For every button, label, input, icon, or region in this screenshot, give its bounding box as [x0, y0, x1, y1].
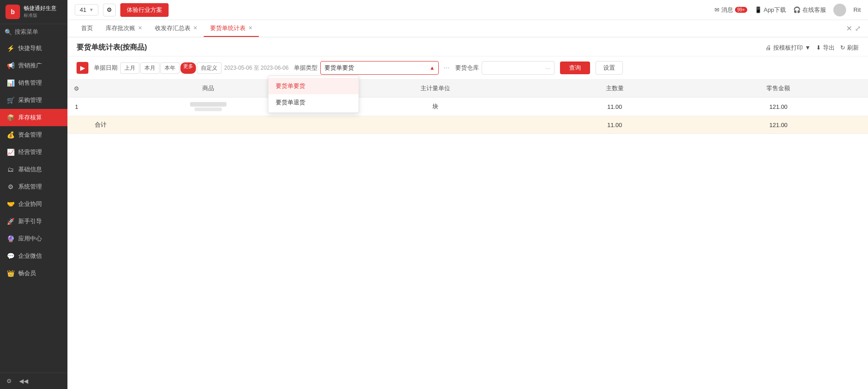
this-year-button[interactable]: 本年	[160, 62, 180, 74]
warehouse-filter-group: 要货仓库 ···	[455, 61, 555, 75]
service-icon: 🎧	[793, 6, 801, 13]
sidebar-item-inventory[interactable]: 📦 库存核算	[0, 109, 67, 126]
type-select[interactable]: 要货单要货 ▲	[320, 61, 439, 75]
tab-close-demand-summary[interactable]: ✕	[248, 25, 252, 31]
store-selector[interactable]: 41 ▼	[75, 4, 98, 15]
nav-label-marketing: 营销推广	[18, 61, 42, 70]
tab-close-inventory-batch[interactable]: ✕	[138, 25, 142, 31]
row-unit: 块	[331, 97, 540, 116]
content-wrapper: 要货单统计表(按商品) 🖨 按模板打印 ▼ ⬇ 导出 ↻ 刷新	[67, 37, 868, 389]
sidebar-footer: ⚙ ◀◀	[0, 373, 67, 389]
warehouse-filter-label: 要货仓库	[455, 64, 479, 72]
last-month-button[interactable]: 上月	[120, 62, 139, 74]
col-amount-header: 零售金额	[689, 80, 868, 97]
sidebar-item-quick-nav[interactable]: ⚡ 快捷导航	[0, 40, 67, 57]
dropdown-item-demand-order[interactable]: 要货单要货	[268, 78, 359, 94]
product-name-placeholder	[190, 102, 226, 107]
sidebar-search[interactable]: 🔍 搜索菜单	[0, 24, 67, 40]
nav-icon-quick-nav: ⚡	[6, 45, 15, 52]
tab-home[interactable]: 首页	[75, 20, 99, 37]
print-button[interactable]: 🖨 按模板打印 ▼	[765, 44, 811, 52]
type-dropdown-menu: 要货单要货 要货单退货	[268, 76, 359, 113]
nav-icon-enterprise: 🤝	[6, 200, 15, 208]
industry-solution-button[interactable]: 体验行业方案	[120, 3, 169, 17]
custom-date-button[interactable]: 自定义	[197, 62, 221, 74]
warehouse-more-icon: ···	[545, 65, 550, 72]
sidebar-item-marketing[interactable]: 📢 营销推广	[0, 57, 67, 74]
nav-icon-base: 🗂	[6, 166, 15, 173]
data-table: ⚙ 商品 主计量单位 主数量 零售金额 1 块 11.00	[67, 80, 868, 134]
search-icon: 🔍	[5, 29, 12, 36]
tab-inventory-batch[interactable]: 库存批次账 ✕	[99, 20, 149, 37]
type-filter-label: 单据类型	[294, 64, 318, 72]
refresh-button[interactable]: ↻ 刷新	[840, 44, 859, 52]
tab-label-home: 首页	[81, 24, 93, 32]
logo-icon: b	[5, 5, 20, 19]
nav-icon-system: ⚙	[6, 183, 15, 190]
notification-icon: ✉	[714, 6, 719, 13]
online-service-button[interactable]: 🎧 在线客服	[793, 6, 826, 14]
filter-settings-button[interactable]: 设置	[596, 61, 623, 75]
sidebar-item-guide[interactable]: 🚀 新手引导	[0, 213, 67, 230]
sidebar-item-system[interactable]: ⚙ 系统管理	[0, 178, 67, 195]
tab-expand-button[interactable]: ⤢	[855, 24, 861, 33]
collapse-sidebar-btn[interactable]: ◀◀	[19, 378, 28, 384]
nav-label-sales: 销售管理	[18, 79, 42, 87]
sidebar-item-members[interactable]: 👑 畅会员	[0, 265, 67, 282]
main-area: 41 ▼ ⚙ 体验行业方案 ✉ 消息 99+ 📱 App下载 🎧 在线客服 Ri…	[67, 0, 868, 389]
nav-icon-apps: 🔮	[6, 235, 15, 242]
nav-label-system: 系统管理	[18, 183, 42, 191]
page-title-bar: 要货单统计表(按商品) 🖨 按模板打印 ▼ ⬇ 导出 ↻ 刷新	[67, 37, 868, 56]
tab-demand-summary[interactable]: 要货单统计表 ✕	[204, 20, 259, 37]
nav-label-guide: 新手引导	[18, 217, 42, 225]
sidebar-item-wechat[interactable]: 💬 企业微信	[0, 247, 67, 265]
nav-label-inventory: 库存核算	[18, 113, 42, 122]
sidebar-item-purchase[interactable]: 🛒 采购管理	[0, 92, 67, 109]
type-select-chevron-icon: ▲	[430, 65, 435, 71]
user-avatar[interactable]	[833, 4, 846, 16]
notification-button[interactable]: ✉ 消息 99+	[714, 6, 747, 14]
tab-expand-buttons: ✕ ⤢	[846, 24, 861, 33]
title-actions: 🖨 按模板打印 ▼ ⬇ 导出 ↻ 刷新	[765, 44, 859, 52]
this-month-button[interactable]: 本月	[140, 62, 159, 74]
nav-label-quick-nav: 快捷导航	[18, 44, 42, 52]
sidebar-item-apps[interactable]: 🔮 应用中心	[0, 230, 67, 247]
tab-minimize-button[interactable]: ✕	[846, 24, 852, 33]
nav-icon-sales: 📊	[6, 79, 15, 87]
total-amount: 121.00	[689, 116, 868, 134]
table-wrapper: ⚙ 商品 主计量单位 主数量 零售金额 1 块 11.00	[67, 80, 868, 134]
date-filter-group: 单据日期 上月 本月 本年 更多 自定义 2023-05-06 至 2023-0…	[94, 62, 288, 74]
more-date-badge[interactable]: 更多	[180, 62, 196, 74]
type-filter-more-icon[interactable]: ···	[443, 64, 449, 72]
sidebar-item-operations[interactable]: 📈 经营管理	[0, 143, 67, 161]
sidebar-item-finance[interactable]: 💰 资金管理	[0, 126, 67, 143]
col-quantity-header: 主数量	[540, 80, 689, 97]
filter-bar: ▶ 单据日期 上月 本月 本年 更多 自定义 2023-05-06 至 2023…	[67, 56, 868, 80]
page-title: 要货单统计表(按商品)	[77, 43, 147, 52]
nav-icon-purchase: 🛒	[6, 97, 15, 104]
app-download-button[interactable]: 📱 App下载	[755, 6, 786, 14]
nav-icon-inventory: 📦	[6, 114, 15, 121]
table-row: 1 块 11.00 121.00	[67, 97, 868, 116]
export-icon: ⬇	[816, 44, 821, 51]
top-header: 41 ▼ ⚙ 体验行业方案 ✉ 消息 99+ 📱 App下载 🎧 在线客服 Ri…	[67, 0, 868, 20]
total-label: 合计	[86, 116, 331, 134]
print-icon: 🖨	[765, 44, 771, 51]
tab-close-receive-summary[interactable]: ✕	[193, 25, 197, 31]
sidebar-item-enterprise[interactable]: 🤝 企业协同	[0, 195, 67, 213]
tab-receive-summary[interactable]: 收发存汇总表 ✕	[149, 20, 204, 37]
tabs-container: 首页库存批次账 ✕收发存汇总表 ✕要货单统计表 ✕	[75, 20, 846, 37]
type-dropdown: 要货单要货 要货单退货	[268, 76, 359, 113]
export-button[interactable]: ⬇ 导出	[816, 44, 835, 52]
sidebar-item-sales[interactable]: 📊 销售管理	[0, 74, 67, 92]
dropdown-item-demand-return[interactable]: 要货单退货	[268, 94, 359, 111]
warehouse-select[interactable]: ···	[482, 61, 555, 75]
settings-footer-icon[interactable]: ⚙	[6, 378, 12, 384]
sidebar-item-base[interactable]: 🗂 基础信息	[0, 161, 67, 178]
query-button[interactable]: 查询	[560, 61, 590, 74]
filter-expand-button[interactable]: ▶	[77, 62, 88, 74]
header-left: 41 ▼ ⚙ 体验行业方案	[75, 3, 169, 17]
col-settings-header[interactable]: ⚙	[67, 80, 86, 97]
header-gear-button[interactable]: ⚙	[103, 4, 116, 16]
nav-label-members: 畅会员	[18, 269, 36, 277]
